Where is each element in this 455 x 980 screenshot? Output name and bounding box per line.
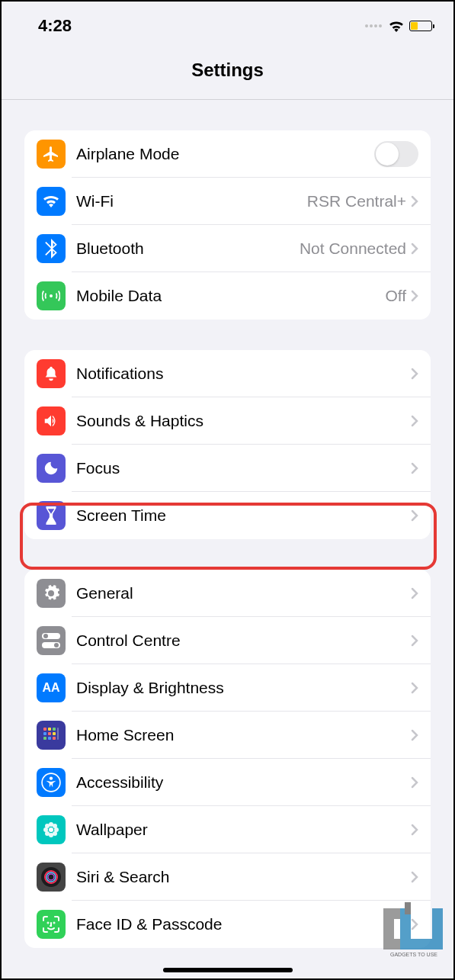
chevron-right-icon xyxy=(411,635,418,647)
row-label: Siri & Search xyxy=(76,868,411,886)
row-sounds-haptics[interactable]: Sounds & Haptics xyxy=(24,397,431,445)
row-general[interactable]: General xyxy=(24,570,431,617)
row-display-brightness[interactable]: AA Display & Brightness xyxy=(24,664,431,712)
svg-point-30 xyxy=(54,923,55,924)
chevron-right-icon xyxy=(411,462,418,474)
accessibility-icon xyxy=(37,768,66,797)
svg-rect-8 xyxy=(48,732,51,735)
gear-icon xyxy=(37,579,66,608)
home-indicator[interactable] xyxy=(163,968,293,972)
switches-icon xyxy=(37,626,66,655)
row-label: Wi-Fi xyxy=(76,192,307,210)
bell-icon xyxy=(37,359,66,388)
row-focus[interactable]: Focus xyxy=(24,445,431,492)
status-icons xyxy=(365,20,432,32)
chevron-right-icon xyxy=(411,368,418,380)
chevron-right-icon xyxy=(411,243,418,255)
row-value: Not Connected xyxy=(300,239,406,258)
airplane-toggle[interactable] xyxy=(374,141,418,167)
row-label: Airplane Mode xyxy=(76,145,374,163)
svg-rect-11 xyxy=(48,737,51,740)
svg-rect-9 xyxy=(53,732,56,735)
row-label: Sounds & Haptics xyxy=(76,412,411,430)
row-face-id[interactable]: Face ID & Passcode xyxy=(24,901,431,948)
settings-group-connectivity: Airplane Mode Wi-Fi RSR Central+ Bluetoo… xyxy=(24,130,431,320)
svg-rect-13 xyxy=(57,728,59,740)
settings-group-general: General Control Centre AA Display & Brig… xyxy=(24,570,431,948)
row-value: Off xyxy=(385,287,406,305)
row-bluetooth[interactable]: Bluetooth Not Connected xyxy=(24,225,431,272)
row-label: Mobile Data xyxy=(76,287,385,305)
row-label: Face ID & Passcode xyxy=(76,915,411,933)
wifi-icon xyxy=(37,187,66,216)
svg-point-25 xyxy=(41,867,61,887)
flower-icon xyxy=(37,815,66,844)
row-wallpaper[interactable]: Wallpaper xyxy=(24,806,431,853)
row-value: RSR Central+ xyxy=(307,192,406,210)
svg-point-23 xyxy=(45,831,50,836)
row-airplane-mode[interactable]: Airplane Mode xyxy=(24,130,431,178)
row-notifications[interactable]: Notifications xyxy=(24,350,431,397)
chevron-right-icon xyxy=(411,824,418,836)
svg-rect-6 xyxy=(53,728,56,731)
chevron-right-icon xyxy=(411,871,418,883)
svg-point-3 xyxy=(54,643,59,647)
bluetooth-icon xyxy=(37,234,66,263)
settings-content: Airplane Mode Wi-Fi RSR Central+ Bluetoo… xyxy=(2,130,453,978)
siri-icon xyxy=(37,863,66,892)
row-label: Accessibility xyxy=(76,773,411,792)
svg-rect-4 xyxy=(43,728,46,731)
svg-point-29 xyxy=(48,923,49,924)
row-siri-search[interactable]: Siri & Search xyxy=(24,853,431,901)
row-label: Display & Brightness xyxy=(76,679,411,697)
chevron-right-icon xyxy=(411,729,418,741)
moon-icon xyxy=(37,454,66,483)
svg-rect-12 xyxy=(53,737,56,740)
home-grid-icon xyxy=(37,721,66,750)
row-home-screen[interactable]: Home Screen xyxy=(24,712,431,759)
row-label: Screen Time xyxy=(76,506,411,525)
antenna-icon xyxy=(37,281,66,310)
svg-rect-7 xyxy=(43,732,46,735)
chevron-right-icon xyxy=(411,509,418,522)
hourglass-icon xyxy=(37,501,66,530)
signal-dots-icon xyxy=(365,24,382,27)
speaker-icon xyxy=(37,406,66,435)
settings-group-notifications: Notifications Sounds & Haptics Focus Scr… xyxy=(24,350,431,539)
svg-point-15 xyxy=(50,776,53,779)
row-screen-time[interactable]: Screen Time xyxy=(24,492,431,539)
chevron-right-icon xyxy=(411,415,418,427)
chevron-right-icon xyxy=(411,682,418,694)
chevron-right-icon xyxy=(411,195,418,207)
chevron-right-icon xyxy=(411,290,418,302)
page-title: Settings xyxy=(2,44,453,100)
svg-rect-5 xyxy=(48,728,51,731)
airplane-icon xyxy=(37,140,66,169)
svg-point-22 xyxy=(53,824,57,828)
svg-rect-10 xyxy=(43,737,46,740)
row-label: Bluetooth xyxy=(76,239,300,258)
svg-point-21 xyxy=(45,824,50,828)
svg-point-16 xyxy=(49,827,53,832)
row-label: Notifications xyxy=(76,365,411,383)
row-label: Home Screen xyxy=(76,726,411,744)
svg-point-1 xyxy=(43,634,48,638)
text-size-icon: AA xyxy=(37,673,66,702)
face-id-icon xyxy=(37,910,66,939)
row-control-centre[interactable]: Control Centre xyxy=(24,617,431,664)
row-label: Control Centre xyxy=(76,631,411,650)
row-mobile-data[interactable]: Mobile Data Off xyxy=(24,272,431,320)
chevron-right-icon xyxy=(411,776,418,789)
status-bar: 4:28 xyxy=(2,2,453,44)
row-wifi[interactable]: Wi-Fi RSR Central+ xyxy=(24,178,431,225)
status-time: 4:28 xyxy=(38,16,72,36)
row-label: Focus xyxy=(76,459,411,477)
row-accessibility[interactable]: Accessibility xyxy=(24,759,431,806)
watermark-logo: GADGETS TO USE xyxy=(377,902,450,962)
wifi-icon xyxy=(388,20,405,32)
chevron-right-icon xyxy=(411,587,418,599)
row-label: General xyxy=(76,584,411,602)
svg-rect-31 xyxy=(405,902,411,914)
row-label: Wallpaper xyxy=(76,821,411,839)
svg-text:GADGETS TO USE: GADGETS TO USE xyxy=(390,952,437,957)
